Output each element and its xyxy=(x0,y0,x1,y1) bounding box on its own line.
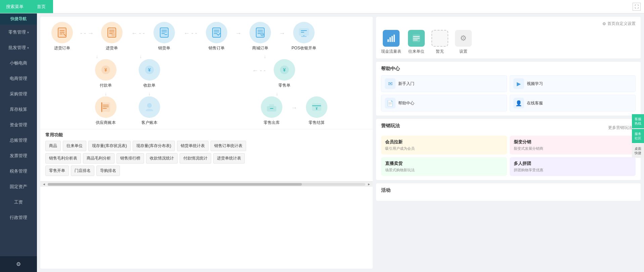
settings-icon-box: ⚙ xyxy=(455,30,472,47)
sidebar-item-ledger[interactable]: 总账管理 xyxy=(0,133,37,148)
node-sale[interactable]: 销货单 xyxy=(147,22,181,51)
float-btn-desktop[interactable]: 桌面快捷 xyxy=(632,144,644,158)
marketing-fission[interactable]: 裂变分销 裂变式发展分销商 xyxy=(510,136,636,154)
sidebar-item-purchase[interactable]: 采购管理 xyxy=(0,86,37,102)
node-receipt[interactable]: ¥ 收款单 xyxy=(133,59,166,88)
empty-label: 暂无 xyxy=(436,49,444,54)
func-sale-stat[interactable]: 销货单统计表 xyxy=(177,141,209,151)
func-sale-rank[interactable]: 销售排行榜 xyxy=(117,153,144,164)
gear-icon: ⚙ xyxy=(602,21,606,26)
func-purchase-stat[interactable]: 进货单统计表 xyxy=(213,153,245,164)
sidebar-item-label: 批发管理 xyxy=(8,45,26,51)
help-item-online-service[interactable]: 👤 在线客服 xyxy=(510,95,636,111)
sidebar-item-retail[interactable]: 零售管理 ▾ xyxy=(0,25,37,40)
func-sale-order-stat[interactable]: 销售订单统计表 xyxy=(211,141,246,151)
svg-rect-7 xyxy=(112,33,114,36)
help-center-title: 帮助中心 xyxy=(381,66,636,72)
purchase-order-label: 进货订单 xyxy=(54,45,70,51)
partners-label: 往来单位 xyxy=(408,49,424,54)
node-retail-out[interactable]: 零售出库 xyxy=(255,96,288,126)
retail-settle-label: 零售结算 xyxy=(309,120,325,126)
func-guide-rank[interactable]: 导购排名 xyxy=(96,166,120,176)
node-customer-account[interactable]: 客户账本 xyxy=(133,96,166,126)
quick-access-section: ⚙ 首页自定义设置 现金流量表 往来单位 xyxy=(376,17,641,58)
func-row-3: 零售开单 门店排名 导购排名 xyxy=(45,166,368,176)
sidebar-nav-label: 快捷导航 xyxy=(0,13,37,25)
float-btn-community[interactable]: 服务社区 xyxy=(632,129,644,143)
customize-button[interactable]: ⚙ 首页自定义设置 xyxy=(602,21,636,27)
node-payment[interactable]: ¥ 付款单 xyxy=(89,59,123,88)
func-payment-stat[interactable]: 付款情况统计 xyxy=(180,153,211,164)
sidebar-item-admin[interactable]: 行政管理 xyxy=(0,210,37,225)
scroll-left-button[interactable]: ◄ xyxy=(41,182,47,186)
func-receipt-stat[interactable]: 收款情况统计 xyxy=(146,153,178,164)
marketing-group[interactable]: 多人拼团 拼团购物享受优惠 xyxy=(510,157,636,176)
purchase-label: 进货单 xyxy=(106,45,118,51)
live-title: 直播卖货 xyxy=(385,161,503,167)
sidebar-item-funds[interactable]: 资金管理 xyxy=(0,117,37,133)
customize-label: 首页自定义设置 xyxy=(607,21,636,27)
video-text: 视频学习 xyxy=(527,81,543,87)
node-sale-order[interactable]: 销售订单 xyxy=(200,22,233,51)
fission-sub: 裂变式发展分销商 xyxy=(514,146,632,151)
sidebar-item-salary[interactable]: 工资 xyxy=(0,194,37,210)
func-stock-status[interactable]: 现存量(库存状况表) xyxy=(88,141,131,151)
marketing-live[interactable]: 直播卖货 场景式购物新玩法 xyxy=(381,157,507,176)
sidebar-item-tax[interactable]: 税务管理 xyxy=(0,164,37,179)
help-grid: ✉ 新手入门 ▶ 视频学习 📄 帮助中心 👤 在线客服 xyxy=(381,75,636,111)
quick-icon-partners[interactable]: 往来单位 xyxy=(408,30,425,54)
retail-label: 零售单 xyxy=(278,83,290,88)
func-partners[interactable]: 往来单位 xyxy=(63,141,86,151)
func-row-1: 商品 往来单位 现存量(库存状况表) 现存量(库存分布表) 销货单统计表 销售订… xyxy=(45,141,368,151)
beginner-icon: ✉ xyxy=(385,78,396,89)
sidebar-item-label: 电商管理 xyxy=(10,76,27,82)
func-goods[interactable]: 商品 xyxy=(45,141,61,151)
common-functions-section: 常用功能 商品 往来单位 现存量(库存状况表) 现存量(库存分布表) 销货单统计… xyxy=(40,129,373,181)
sidebar-settings-button[interactable]: ⚙ xyxy=(0,256,37,272)
home-tab[interactable]: 首页 xyxy=(30,0,53,13)
node-retail-settle[interactable]: ¥ 零售结算 xyxy=(300,96,333,126)
sale-label: 销货单 xyxy=(158,45,170,51)
mall-order-icon xyxy=(249,22,271,43)
search-menu-button[interactable]: 搜索菜单 xyxy=(0,0,30,13)
fullscreen-icon: ⛶ xyxy=(635,4,639,9)
horizontal-scrollbar[interactable]: ◄ ► xyxy=(40,181,373,187)
func-retail-order[interactable]: 零售开单 xyxy=(45,166,69,176)
sidebar-item-inventory[interactable]: 库存核算 xyxy=(0,102,37,117)
func-store-rank[interactable]: 门店排名 xyxy=(71,166,94,176)
retail-out-label: 零售出库 xyxy=(264,120,280,126)
help-item-video[interactable]: ▶ 视频学习 xyxy=(510,75,636,92)
help-item-beginner[interactable]: ✉ 新手入门 xyxy=(381,75,507,92)
svg-rect-8 xyxy=(160,28,168,37)
sidebar-item-label: 总账管理 xyxy=(10,137,27,143)
sidebar-item-ecom-manage[interactable]: 电商管理 xyxy=(0,71,37,86)
help-item-help[interactable]: 📄 帮助中心 xyxy=(381,95,507,111)
func-sale-profit[interactable]: 销售毛利分析表 xyxy=(45,153,81,164)
sidebar-item-ecom-small[interactable]: 小畅电商 xyxy=(0,55,37,71)
node-retail[interactable]: ¥ 零售单 xyxy=(268,59,301,88)
node-purchase-order[interactable]: 进货订单 xyxy=(45,22,79,51)
sidebar-item-fixed-assets[interactable]: 固定资产 xyxy=(0,179,37,194)
sidebar-item-wholesale[interactable]: 批发管理 ▾ xyxy=(0,40,37,55)
marketing-member[interactable]: 会员拉新 吸引用户成为会员 xyxy=(381,136,507,154)
node-mall-order[interactable]: 商城订单 xyxy=(243,22,277,51)
quick-icon-settings[interactable]: ⚙ 设置 xyxy=(455,30,472,54)
sidebar-item-invoice[interactable]: 发票管理 xyxy=(0,148,37,164)
more-marketing-link[interactable]: 更多营销玩法 > xyxy=(608,125,636,131)
func-stock-dist[interactable]: 现存量(库存分布表) xyxy=(133,141,175,151)
node-supplier-account[interactable]: 供应商账本 xyxy=(89,96,123,126)
node-purchase[interactable]: 进货单 xyxy=(95,22,129,51)
svg-rect-36 xyxy=(394,35,395,42)
scroll-track[interactable] xyxy=(48,183,365,186)
video-icon: ▶ xyxy=(513,78,524,89)
scroll-thumb xyxy=(48,183,302,186)
scroll-right-button[interactable]: ► xyxy=(366,182,372,186)
func-goods-profit[interactable]: 商品毛利分析 xyxy=(83,153,114,164)
quick-icon-cashflow[interactable]: 现金流量表 xyxy=(381,30,401,54)
group-title: 多人拼团 xyxy=(514,161,632,167)
customer-account-label: 客户账本 xyxy=(141,120,157,126)
sale-order-label: 销售订单 xyxy=(209,45,225,51)
node-pos[interactable]: POS收银开单 xyxy=(287,22,321,51)
float-btn-service[interactable]: 客服热线 xyxy=(632,114,644,128)
fullscreen-button[interactable]: ⛶ xyxy=(633,3,641,11)
